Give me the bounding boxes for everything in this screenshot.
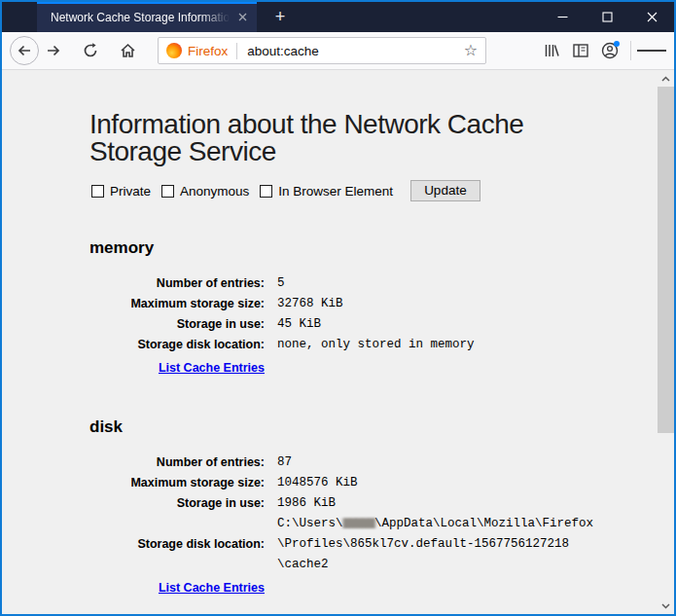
table-row: Maximum storage size: 1048576 KiB (89, 473, 658, 493)
tabbar-spacer (296, 2, 540, 32)
redacted-username: █████ (343, 517, 375, 532)
url-bar[interactable]: Firefox about:cache ☆ (158, 37, 486, 64)
tab-close-icon[interactable] (233, 9, 251, 26)
tab-title: Network Cache Storage Information (51, 11, 233, 24)
toolbar-separator (630, 41, 631, 60)
private-checkbox[interactable] (91, 185, 104, 198)
scrollbar-thumb[interactable] (658, 87, 674, 433)
new-tab-button[interactable]: + (265, 2, 296, 32)
disk-location-value: C:\Users\█████\AppData\Local\Mozilla\Fir… (265, 514, 593, 575)
disk-link-row: List Cache Entries (89, 581, 265, 595)
table-row: Number of entries: 5 (89, 273, 658, 294)
firefox-logo-icon (166, 43, 182, 58)
memory-link-row: List Cache Entries (89, 361, 265, 375)
tab-active[interactable]: Network Cache Storage Information (37, 2, 257, 32)
update-button[interactable]: Update (410, 180, 480, 201)
in-browser-element-checkbox-label: In Browser Element (278, 184, 393, 199)
bookmark-star-icon[interactable]: ☆ (464, 43, 478, 58)
table-row: Storage in use: 45 KiB (89, 314, 658, 335)
forward-button[interactable] (39, 36, 68, 65)
memory-cache-table: Number of entries: 5 Maximum storage siz… (89, 273, 658, 375)
search-engine-label: Firefox (188, 44, 228, 58)
table-row: Number of entries: 87 (89, 453, 658, 473)
about-cache-page: Information about the Network Cache Stor… (2, 70, 658, 614)
vertical-scrollbar[interactable] (658, 70, 674, 614)
table-row: Maximum storage size: 32768 KiB (89, 294, 658, 314)
window-controls (540, 2, 674, 32)
page-title: Information about the Network Cache Stor… (89, 111, 591, 165)
menu-icon[interactable] (637, 36, 666, 65)
navigation-toolbar: Firefox about:cache ☆ (2, 32, 674, 70)
private-checkbox-label: Private (110, 184, 151, 199)
browser-window: Network Cache Storage Information + (0, 0, 676, 616)
back-button[interactable] (10, 36, 39, 65)
cache-filter-controls: Private Anonymous In Browser Element Upd… (91, 180, 658, 201)
library-icon[interactable] (537, 36, 566, 65)
account-icon[interactable] (595, 36, 624, 65)
reload-button[interactable] (76, 36, 105, 65)
scroll-up-icon[interactable] (658, 70, 674, 87)
anonymous-checkbox-label: Anonymous (180, 184, 249, 199)
close-window-button[interactable] (629, 2, 674, 32)
toolbar-right-icons (537, 36, 666, 65)
table-row-disk-location: Storage disk location: C:\Users\█████\Ap… (89, 514, 658, 575)
urlbar-separator (236, 43, 237, 59)
minimize-button[interactable] (540, 2, 585, 32)
table-row: Storage disk location: none, only stored… (89, 335, 658, 355)
anonymous-checkbox[interactable] (161, 185, 174, 198)
account-notification-dot (614, 41, 620, 47)
memory-section-heading: memory (89, 238, 658, 258)
disk-section-heading: disk (89, 417, 658, 437)
disk-list-cache-entries-link[interactable]: List Cache Entries (159, 581, 265, 595)
maximize-button[interactable] (585, 2, 629, 32)
memory-list-cache-entries-link[interactable]: List Cache Entries (159, 361, 265, 375)
disk-cache-table: Number of entries: 87 Maximum storage si… (89, 453, 658, 595)
in-browser-element-checkbox[interactable] (260, 185, 272, 198)
home-button[interactable] (113, 36, 142, 65)
content-area: Information about the Network Cache Stor… (2, 70, 674, 614)
active-tab-indicator (37, 2, 257, 4)
scroll-down-icon[interactable] (658, 598, 674, 614)
url-text[interactable]: about:cache (247, 44, 463, 58)
table-row: Storage in use: 1986 KiB (89, 493, 658, 514)
tab-bar: Network Cache Storage Information + (2, 2, 674, 32)
sidebar-icon[interactable] (566, 36, 595, 65)
